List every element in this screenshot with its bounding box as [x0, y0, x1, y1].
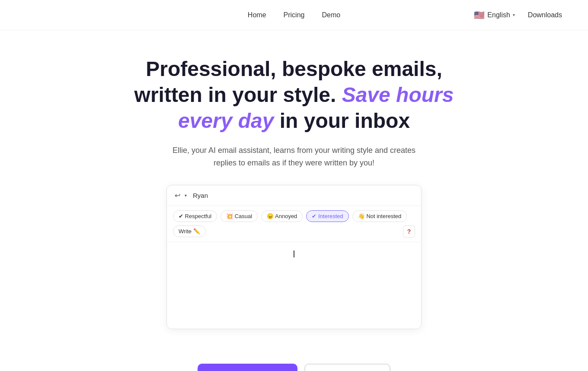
email-demo-box: ↩ ▾ Ryan ✔ Respectful 💥 Casual 😠 Annoyed…: [166, 185, 422, 329]
language-selector[interactable]: 🇺🇸 English ▾: [474, 10, 514, 20]
email-demo-header: ↩ ▾ Ryan: [167, 185, 421, 206]
nav-right: 🇺🇸 English ▾ Downloads: [474, 10, 562, 20]
email-body[interactable]: [167, 242, 421, 329]
tone-interested[interactable]: ✔ Interested: [306, 210, 348, 222]
flag-icon: 🇺🇸: [474, 10, 485, 20]
reply-icon[interactable]: ↩: [175, 191, 180, 200]
hero-title: Professional, bespoke emails, written in…: [130, 56, 458, 134]
help-button[interactable]: ?: [403, 225, 415, 238]
install-button[interactable]: Install for free: [198, 364, 297, 371]
tone-casual[interactable]: 💥 Casual: [220, 210, 258, 222]
nav-pricing[interactable]: Pricing: [284, 11, 305, 19]
tone-annoyed[interactable]: 😠 Annoyed: [261, 210, 303, 222]
language-label: English: [487, 11, 510, 19]
hero-section: Professional, bespoke emails, written in…: [0, 30, 588, 346]
text-cursor: [294, 251, 294, 257]
nav-home[interactable]: Home: [248, 11, 266, 19]
navigation: Home Pricing Demo 🇺🇸 English ▾ Downloads: [0, 0, 588, 30]
nav-downloads[interactable]: Downloads: [528, 11, 562, 19]
cta-buttons: Install for free Purchase licence: [198, 364, 390, 371]
tone-bar: ✔ Respectful 💥 Casual 😠 Annoyed ✔ Intere…: [167, 206, 421, 242]
hero-subtitle: Ellie, your AI email assistant, learns f…: [169, 144, 419, 169]
email-sender-name: Ryan: [193, 192, 208, 199]
tone-respectful[interactable]: ✔ Respectful: [173, 210, 217, 222]
purchase-button[interactable]: Purchase licence: [304, 364, 390, 371]
dropdown-arrow-icon[interactable]: ▾: [185, 193, 187, 198]
cta-section: Install for free Purchase licence: [0, 346, 588, 371]
tone-not-interested[interactable]: 👋 Not interested: [352, 210, 407, 222]
hero-title-after-text: in your inbox: [280, 109, 410, 132]
tone-write[interactable]: Write ✏️: [173, 225, 206, 237]
nav-demo[interactable]: Demo: [322, 11, 340, 19]
nav-left: Home Pricing Demo: [248, 11, 340, 19]
chevron-down-icon: ▾: [513, 13, 515, 17]
